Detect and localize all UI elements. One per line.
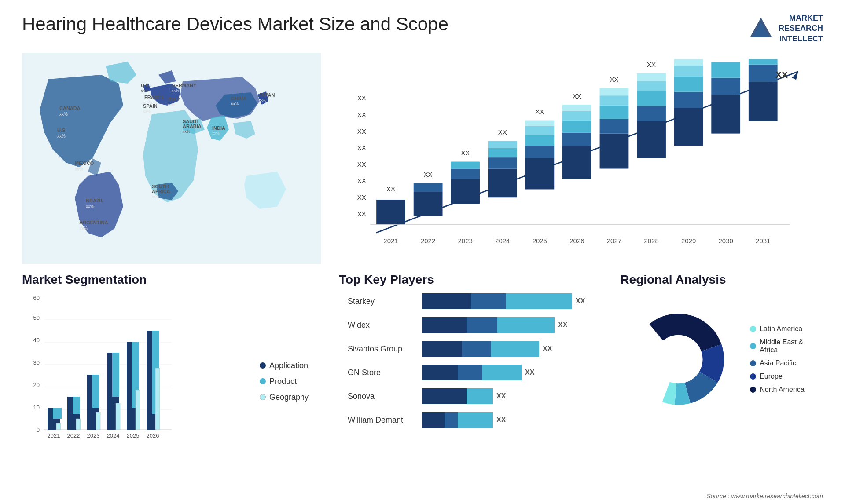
- player-name-sivantos: Sivantos Group: [348, 344, 418, 354]
- bar-seg1: [422, 412, 445, 428]
- player-name-sonova: Sonova: [348, 392, 418, 401]
- player-name-widex: Widex: [348, 321, 418, 330]
- svg-rect-101: [749, 82, 778, 121]
- svg-rect-130: [92, 375, 99, 408]
- legend-label-north-america: North America: [760, 386, 804, 394]
- svg-rect-137: [116, 403, 120, 430]
- player-bar-inner-widex: [422, 317, 555, 333]
- svg-rect-54: [451, 162, 480, 169]
- svg-text:ITALY: ITALY: [167, 97, 181, 102]
- player-bar-widex: XX: [422, 317, 585, 333]
- svg-text:xx%: xx%: [259, 98, 266, 102]
- svg-text:AFRICA: AFRICA: [152, 189, 170, 194]
- svg-text:ARGENTINA: ARGENTINA: [79, 220, 108, 225]
- svg-text:XX: XX: [461, 150, 470, 157]
- legend-dot-mea: [750, 343, 756, 349]
- svg-rect-71: [562, 133, 592, 146]
- svg-rect-128: [53, 408, 62, 419]
- player-value-gnstore: XX: [525, 369, 534, 376]
- svg-rect-64: [525, 146, 554, 158]
- segmentation-title: Market Segmentation: [22, 273, 321, 287]
- legend-dot-asia-pacific: [750, 360, 756, 366]
- svg-rect-86: [637, 91, 666, 106]
- player-value-sonova: XX: [496, 392, 506, 400]
- svg-text:U.S.: U.S.: [57, 128, 66, 133]
- svg-text:10: 10: [33, 404, 40, 411]
- svg-text:XX: XX: [357, 177, 366, 185]
- svg-text:GERMANY: GERMANY: [172, 83, 197, 88]
- svg-text:xx%: xx%: [86, 204, 94, 209]
- svg-rect-58: [488, 157, 517, 168]
- legend-label-geography: Geography: [269, 393, 309, 402]
- svg-point-151: [655, 336, 702, 383]
- svg-text:2026: 2026: [569, 237, 584, 245]
- svg-rect-102: [749, 65, 778, 82]
- svg-text:2029: 2029: [681, 237, 696, 245]
- svg-rect-45: [376, 200, 405, 224]
- svg-text:XX: XX: [386, 185, 395, 193]
- svg-text:CHINA: CHINA: [231, 96, 246, 101]
- svg-rect-59: [488, 148, 517, 158]
- player-row-widex: Widex XX: [348, 317, 585, 333]
- bar-seg2: [462, 341, 491, 357]
- bar-seg3: [491, 341, 539, 357]
- svg-text:xx%: xx%: [57, 134, 66, 139]
- svg-text:XX: XX: [573, 92, 581, 100]
- svg-text:2024: 2024: [495, 237, 510, 245]
- svg-text:xx%: xx%: [172, 88, 179, 93]
- regional-title: Regional Analysis: [620, 273, 814, 287]
- svg-rect-84: [637, 121, 666, 159]
- bar-seg3: [458, 412, 493, 428]
- svg-rect-52: [451, 179, 480, 204]
- donut-wrapper: Latin America Middle East & Africa Asia …: [620, 293, 814, 425]
- svg-text:ARABIA: ARABIA: [183, 124, 202, 129]
- legend-label-asia-pacific: Asia Pacific: [760, 359, 796, 367]
- svg-rect-65: [525, 135, 554, 146]
- player-row-gnstore: GN Store XX: [348, 365, 585, 380]
- bar-chart-svg: XX XX XX XX XX XX XX XX XX 2021 XX 2022: [343, 53, 823, 264]
- svg-text:XX: XX: [357, 111, 366, 118]
- legend-label-europe: Europe: [760, 373, 783, 380]
- player-bar-inner-william: [422, 412, 493, 428]
- svg-text:XX: XX: [647, 61, 656, 69]
- svg-text:JAPAN: JAPAN: [259, 92, 275, 98]
- svg-rect-78: [600, 119, 629, 134]
- player-bar-inner-sonova: [422, 388, 493, 404]
- legend-dot-product: [260, 378, 266, 384]
- legend-europe: Europe: [750, 373, 814, 380]
- svg-rect-131: [112, 353, 119, 397]
- svg-rect-80: [600, 95, 629, 106]
- logo-text: MARKET RESEARCH INTELLECT: [779, 13, 823, 44]
- bar-seg1: [422, 317, 467, 333]
- svg-text:2025: 2025: [533, 237, 547, 245]
- bar-seg2: [471, 293, 506, 309]
- players-title: Top Key Players: [339, 273, 594, 287]
- svg-text:SPAIN: SPAIN: [143, 103, 158, 109]
- svg-text:40: 40: [33, 337, 40, 343]
- svg-text:60: 60: [33, 295, 40, 301]
- player-bar-inner-sivantos: [422, 341, 539, 357]
- svg-rect-73: [562, 111, 592, 121]
- legend-label-latin-america: Latin America: [760, 325, 802, 333]
- players-container: Starkey XX Widex: [339, 293, 594, 428]
- player-bar-william: XX: [422, 412, 585, 428]
- svg-rect-72: [562, 121, 592, 133]
- player-bar-inner-gnstore: [422, 365, 522, 380]
- bar-seg3: [482, 365, 522, 380]
- svg-text:xx%: xx%: [183, 129, 190, 134]
- svg-text:MEXICO: MEXICO: [75, 161, 94, 166]
- svg-rect-94: [674, 66, 703, 77]
- svg-rect-87: [637, 81, 666, 91]
- player-bar-sonova: XX: [422, 388, 585, 404]
- svg-rect-66: [525, 126, 554, 135]
- svg-rect-91: [674, 108, 703, 146]
- regional-legend: Latin America Middle East & Africa Asia …: [750, 325, 814, 394]
- segmentation-container: 0 10 20 30 40 50 60: [22, 293, 321, 469]
- svg-rect-139: [155, 368, 160, 430]
- svg-rect-81: [600, 88, 629, 95]
- svg-text:2030: 2030: [718, 237, 733, 245]
- bar-seg2: [458, 365, 482, 380]
- logo-line2: RESEARCH: [779, 23, 823, 33]
- legend-dot-geography: [260, 394, 266, 400]
- svg-text:XX: XX: [610, 76, 618, 83]
